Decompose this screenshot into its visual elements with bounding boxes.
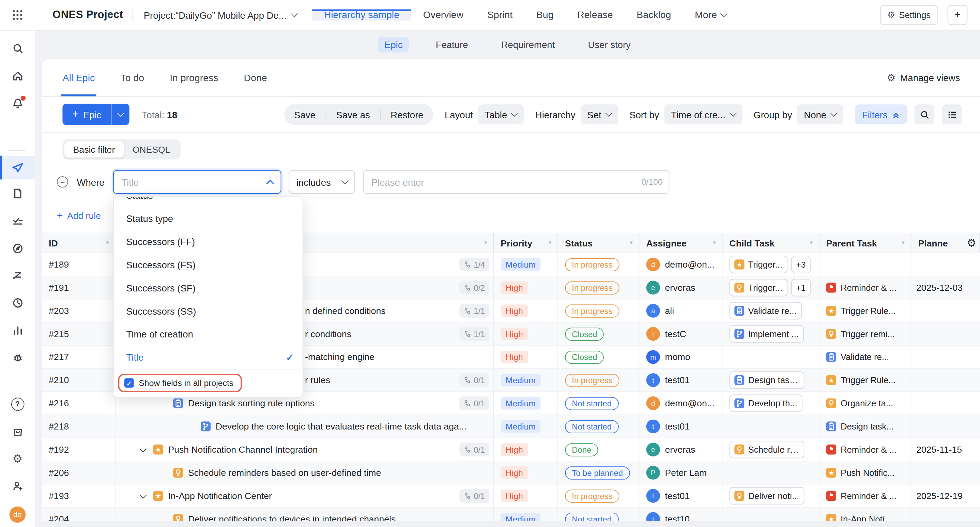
child-task-chip[interactable]: Validate re... (729, 302, 802, 319)
table-row[interactable]: #206Schedule reminders based on user-def… (42, 462, 980, 485)
operator-select[interactable]: includes (289, 170, 355, 194)
filter-triangle-icon[interactable]: ▼ (105, 240, 110, 246)
search-button[interactable] (914, 104, 934, 124)
issue-title[interactable]: Schedule reminders based on user-defined… (188, 468, 381, 478)
more-child-tasks-chip[interactable]: +3 (791, 256, 811, 273)
filter-triangle-icon[interactable]: ▼ (712, 240, 717, 246)
expand-chevron-icon[interactable] (140, 491, 147, 498)
table-row[interactable]: #218Develop the core logic that evaluate… (42, 415, 980, 438)
status-badge[interactable]: Closed (565, 327, 604, 341)
status-badge[interactable]: Not started (565, 420, 619, 433)
parent-task-link[interactable]: Reminder & ... (841, 444, 897, 454)
dropdown-option[interactable]: Title✓ (114, 345, 302, 369)
hierarchy-select[interactable]: Set (580, 104, 618, 124)
nav-hierarchy-sample[interactable]: Hierarchy sample (312, 10, 411, 21)
sidebar-help[interactable]: ? (0, 393, 35, 414)
onesql-tab[interactable]: ONESQL (124, 142, 179, 158)
dropdown-option[interactable]: Time of creation (114, 322, 302, 345)
column-header-child-task[interactable]: Child Task▼ (722, 232, 819, 253)
manage-views-button[interactable]: ⚙ Manage views (887, 73, 960, 83)
parent-task-link[interactable]: Reminder & ... (841, 491, 897, 501)
status-badge[interactable]: In progress (565, 304, 619, 317)
sidebar-bugs[interactable] (0, 346, 35, 368)
status-badge[interactable]: Done (565, 443, 598, 457)
status-badge[interactable]: To be planned (565, 466, 630, 479)
dropdown-option[interactable]: Successors (SF) (114, 277, 302, 299)
filter-triangle-icon[interactable]: ▼ (629, 240, 634, 246)
remove-rule-button[interactable]: − (57, 176, 68, 188)
issue-title[interactable]: Design task sorting rule options (188, 398, 315, 408)
parent-task-link[interactable]: Design task... (841, 421, 894, 431)
link-count-badge[interactable]: 0/1 (459, 489, 489, 502)
issue-title[interactable]: Push Notification Channel Integration (168, 444, 318, 454)
column-header-parent-task[interactable]: Parent Task▼ (819, 232, 912, 253)
issue-title[interactable]: n defined conditions (305, 306, 386, 316)
filters-toggle[interactable]: Filters (855, 104, 907, 124)
epic-button-dropdown[interactable] (111, 103, 129, 125)
child-task-chip[interactable]: Schedule re... (729, 441, 804, 458)
dropdown-option[interactable]: Successors (SS) (114, 299, 302, 323)
group-by-select[interactable]: None (797, 104, 843, 124)
issue-title[interactable]: r rules (305, 375, 330, 385)
sidebar-project-active[interactable] (0, 157, 35, 178)
issue-title[interactable]: In-App Notification Center (168, 491, 272, 501)
project-selector[interactable]: Project:“DailyGo” Mobile App De... (140, 10, 301, 20)
sidebar-reports[interactable] (0, 319, 35, 341)
tab-to-do[interactable]: To do (120, 59, 144, 96)
child-task-chip[interactable]: Develop th... (729, 395, 802, 412)
field-select[interactable]: Title (113, 170, 281, 194)
tab-all-epic[interactable]: All Epic (62, 59, 95, 96)
link-count-badge[interactable]: 1/4 (459, 258, 489, 271)
status-badge[interactable]: In progress (565, 258, 619, 271)
sidebar-settings[interactable]: ⚙ (0, 448, 35, 470)
parent-task-link[interactable]: Push Notific... (841, 468, 894, 478)
column-header-assignee[interactable]: Assignee▼ (639, 232, 722, 253)
nav-backlog[interactable]: Backlog (625, 10, 683, 21)
parent-task-link[interactable]: Validate re... (841, 352, 889, 362)
more-child-tasks-chip[interactable]: +1 (791, 279, 811, 296)
link-count-badge[interactable]: 0/1 (459, 373, 489, 387)
new-epic-button[interactable]: +Epic (62, 103, 129, 125)
link-count-badge[interactable]: 1/1 (459, 327, 489, 341)
link-count-badge[interactable]: 1/1 (459, 304, 489, 317)
sidebar-home[interactable] (0, 65, 35, 86)
table-row[interactable]: #192★Push Notification Channel Integrati… (42, 438, 980, 462)
issue-title[interactable]: Develop the core logic that evaluates re… (216, 421, 466, 431)
sidebar-workspace[interactable] (0, 420, 35, 442)
link-count-badge[interactable]: 0/1 (459, 396, 489, 410)
parent-task-link[interactable]: Reminder & ... (841, 283, 897, 293)
nav-overview[interactable]: Overview (411, 10, 475, 21)
tab-done[interactable]: Done (244, 59, 267, 96)
filter-triangle-icon[interactable]: ▼ (483, 240, 488, 246)
status-badge[interactable]: In progress (565, 374, 619, 387)
parent-task-link[interactable]: Trigger Rule... (841, 375, 896, 385)
subnav-feature[interactable]: Feature (430, 37, 474, 53)
sidebar-workflow[interactable] (0, 264, 35, 286)
subnav-user-story[interactable]: User story (582, 37, 637, 53)
table-row[interactable]: #193★In-App Notification Center0/1HighIn… (42, 484, 980, 508)
save-as-button[interactable]: Save as (326, 103, 380, 125)
nav-sprint[interactable]: Sprint (475, 10, 524, 21)
filter-triangle-icon[interactable]: ▼ (900, 240, 906, 246)
app-switcher-icon[interactable] (12, 10, 23, 21)
subnav-requirement[interactable]: Requirement (495, 37, 561, 53)
status-badge[interactable]: Not started (565, 397, 619, 410)
sidebar-user-avatar[interactable]: de (0, 504, 35, 525)
tab-in-progress[interactable]: In progress (170, 59, 218, 96)
subnav-epic[interactable]: Epic (378, 37, 409, 53)
basic-filter-tab[interactable]: Basic filter (64, 142, 124, 158)
parent-task-link[interactable]: Organize ta... (841, 398, 893, 408)
child-task-chip[interactable]: ★Trigger... (729, 256, 787, 273)
dropdown-option[interactable]: Status type (114, 207, 302, 230)
status-badge[interactable]: In progress (565, 281, 619, 294)
sidebar-notifications[interactable] (0, 92, 35, 113)
save-button[interactable]: Save (284, 103, 325, 125)
column-settings-button[interactable]: ⚙ (964, 232, 976, 253)
dropdown-option[interactable]: Successors (FF) (114, 230, 302, 253)
child-task-chip[interactable]: Deliver noti... (729, 487, 804, 505)
add-rule-button[interactable]: + Add rule (57, 210, 101, 221)
status-badge[interactable]: Closed (565, 350, 604, 364)
child-task-chip[interactable]: Design task... (729, 371, 804, 389)
sidebar-sprints[interactable] (0, 237, 35, 259)
dropdown-option[interactable]: Successors (FS) (114, 253, 302, 277)
